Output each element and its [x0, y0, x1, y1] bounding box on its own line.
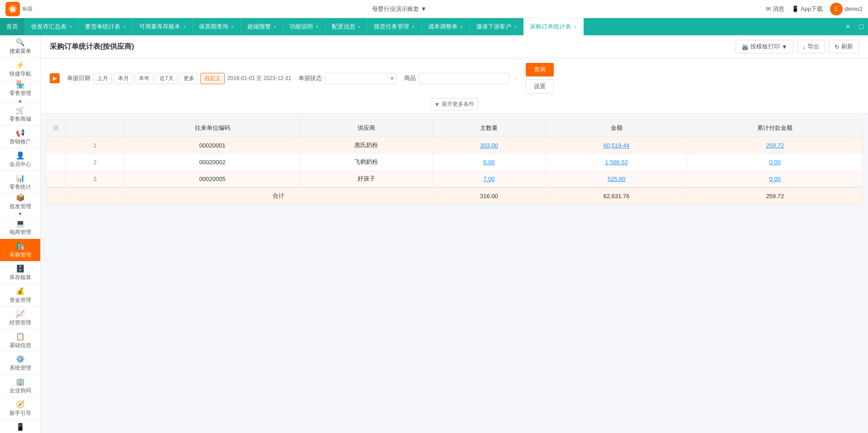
expand-more-btn[interactable]: ▼ 展开更多条件 — [430, 98, 478, 110]
sidebar-item-newguide[interactable]: 🧭 新手引导 — [0, 397, 40, 420]
app-download-btn[interactable]: 📱 App下载 — [792, 5, 823, 13]
cell-amount-link[interactable]: 1,586.52 — [605, 159, 628, 166]
tab-phwrw-close[interactable]: × — [412, 24, 415, 29]
cell-amount[interactable]: 60,519.44 — [545, 137, 688, 154]
cell-paid[interactable]: 0.00 — [688, 154, 862, 171]
tab-close-btn[interactable]: × — [841, 18, 854, 35]
query-button[interactable]: 查询 — [526, 63, 554, 76]
tab-yqxgy-close[interactable]: × — [514, 24, 517, 29]
date-custom-btn[interactable]: 自定义 — [200, 73, 225, 84]
cell-qty[interactable]: 6.00 — [433, 154, 545, 171]
sidebar-item-quicknav[interactable]: ⚡ 快捷导航 — [0, 58, 40, 81]
message-btn[interactable]: ✉ 消息 — [766, 5, 784, 13]
col-supplier: 供应商 — [300, 119, 433, 137]
cell-amount-link[interactable]: 60,519.44 — [604, 142, 630, 149]
cell-paid[interactable]: 0.00 — [688, 171, 862, 188]
cell-qty[interactable]: 7.00 — [433, 171, 545, 188]
refresh-button[interactable]: ↻ 刷新 — [829, 40, 859, 53]
tab-gnsm-close[interactable]: × — [316, 24, 318, 29]
sidebar-item-finance[interactable]: 💰 资金管理 — [0, 284, 40, 307]
tab-cbtz-label: 成本调整单 — [428, 23, 458, 31]
sidebar-item-ecom[interactable]: 💻 电商管理 — [0, 216, 40, 239]
footer-qty: 316.00 — [480, 193, 498, 200]
sidebar-item-retailstat[interactable]: 📊 零售统计 — [0, 171, 40, 194]
filter-collapse-btn[interactable]: ▶ — [50, 73, 60, 83]
cell-paid-link[interactable]: 0.00 — [769, 176, 781, 182]
workspace-selector[interactable]: 母婴行业演示账套 ▼ — [372, 5, 427, 13]
table-body: 100020001惠氏奶粉303.0060,519.44259.72200020… — [47, 137, 862, 188]
col-settings[interactable]: ⚙ — [47, 119, 66, 137]
cell-amount[interactable]: 525.80 — [545, 171, 688, 188]
tab-ccyj[interactable]: 超储预警 × — [241, 18, 283, 35]
cell-paid-link[interactable]: 0.00 — [769, 159, 781, 166]
tab-bqxcx[interactable]: 保质期查询 × — [193, 18, 241, 35]
svg-text:畅: 畅 — [10, 6, 15, 13]
cell-paid[interactable]: 259.72 — [688, 137, 862, 154]
tab-cgdhtj[interactable]: 采购订单统计表 × — [524, 18, 583, 35]
sidebar-item-system[interactable]: ⚙️ 系统管理 — [0, 352, 40, 375]
column-settings-icon[interactable]: ⚙ — [53, 124, 59, 132]
tab-kylkzb[interactable]: 可用量库存账本 × — [133, 18, 193, 35]
logo-area: 畅 标题 — [5, 2, 33, 16]
sidebar-item-basic-label: 基础信息 — [9, 342, 31, 348]
sidebar-item-search[interactable]: 🔍 搜索菜单 — [0, 35, 40, 58]
tab-cbtz[interactable]: 成本调整单 × — [422, 18, 470, 35]
tab-ccyj-close[interactable]: × — [274, 24, 276, 29]
cell-settings — [47, 154, 66, 171]
tab-shf-close[interactable]: × — [69, 24, 72, 29]
date-btn-thismonth[interactable]: 本月 — [114, 73, 133, 84]
status-select[interactable] — [325, 73, 397, 84]
export-button[interactable]: ↓ 导出 — [797, 40, 826, 53]
sidebar-item-marketing[interactable]: 📢 营销推广 — [0, 126, 40, 148]
goods-more-btn[interactable]: ··· — [514, 75, 519, 82]
table-row[interactable]: 200020002飞鹤奶粉6.001,586.520.00 — [47, 154, 862, 171]
sidebar-item-operation[interactable]: 📈 经营管理 — [0, 307, 40, 329]
print-button[interactable]: 🖨️ 按模板打印 ▼ — [736, 40, 793, 53]
tab-shf[interactable]: 收发存汇总表 × — [25, 18, 79, 35]
sidebar-item-inventory[interactable]: 🗄️ 库存核算 — [0, 262, 40, 284]
goods-input[interactable] — [419, 73, 509, 84]
table-footer: 合计 316.00 62,631.76 259.72 — [47, 187, 862, 205]
sidebar-item-basic[interactable]: 📋 基础信息 — [0, 329, 40, 352]
date-btn-thisyear[interactable]: 本年 — [135, 73, 154, 84]
sidebar-item-member[interactable]: 👤 会员中心 — [0, 148, 40, 171]
tab-gnsm[interactable]: 功能说明 × — [283, 18, 325, 35]
tab-home[interactable]: 首页 — [0, 18, 25, 35]
tab-cgdhtj-close[interactable]: × — [574, 24, 576, 29]
cell-qty[interactable]: 303.00 — [433, 137, 545, 154]
refresh-icon: ↻ — [835, 43, 840, 50]
tab-bqxcx-close[interactable]: × — [231, 24, 234, 29]
settings-button[interactable]: 设置 — [526, 79, 554, 94]
sidebar-item-retailstore[interactable]: 🛒 零售商城 — [0, 103, 40, 126]
cell-paid-link[interactable]: 259.72 — [766, 142, 784, 149]
tab-yghj-close[interactable]: × — [123, 24, 126, 29]
table-row[interactable]: 300020005好孩子7.00525.800.00 — [47, 171, 862, 188]
cell-amount[interactable]: 1,586.52 — [545, 154, 688, 171]
cell-qty-link[interactable]: 6.00 — [483, 159, 495, 166]
user-profile[interactable]: E demo2 — [830, 3, 863, 15]
table-row[interactable]: 100020001惠氏奶粉303.0060,519.44259.72 — [47, 137, 862, 154]
footer-paid-cell: 259.72 — [688, 187, 862, 205]
tab-pzxx-close[interactable]: × — [358, 24, 361, 29]
date-btn-lastmonth[interactable]: 上月 — [93, 73, 112, 84]
cell-amount-link[interactable]: 525.80 — [608, 176, 626, 182]
tab-cbtz-close[interactable]: × — [460, 24, 463, 29]
cell-qty-link[interactable]: 303.00 — [480, 142, 498, 149]
sidebar-item-appcenter[interactable]: 📱 应用中心 — [0, 420, 40, 433]
tab-yqxgy[interactable]: 邀请下游客户 × — [470, 18, 524, 35]
sidebar-item-purchase[interactable]: 🛍️ 采购管理 — [0, 239, 40, 262]
cell-qty-link[interactable]: 7.00 — [483, 176, 495, 182]
sidebar-item-retail[interactable]: 🏪 零售管理 ▲ — [0, 81, 40, 103]
tab-pzxx[interactable]: 配置信息 × — [326, 18, 368, 35]
tab-expand-btn[interactable]: □ — [854, 18, 868, 35]
table-footer-row: 合计 316.00 62,631.76 259.72 — [47, 187, 862, 205]
date-btn-more[interactable]: 更多 — [179, 73, 198, 84]
tab-phwrw[interactable]: 拣货任务管理 × — [368, 18, 421, 35]
footer-label-cell: 合计 — [125, 187, 433, 205]
date-btn-7days[interactable]: 近7天 — [156, 73, 178, 84]
sidebar-item-enterprise[interactable]: 🏢 企业协同 — [0, 375, 40, 397]
sidebar-item-batch[interactable]: 📦 批发管理 ▼ — [0, 194, 40, 216]
tab-kylkzb-close[interactable]: × — [183, 24, 186, 29]
tab-yghj[interactable]: 要货单统计表 × — [79, 18, 132, 35]
page-title: 采购订单统计表(按供应商) — [50, 42, 134, 52]
